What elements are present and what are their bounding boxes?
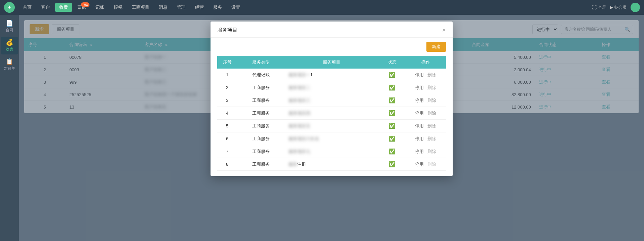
- stop-button[interactable]: 停用: [415, 72, 424, 77]
- fullscreen-btn[interactable]: ⛶ 全屏: [592, 5, 606, 10]
- nav-item-xiaoxi[interactable]: 消息: [155, 3, 172, 12]
- app-logo: ✦: [4, 2, 15, 13]
- nav-item-shoufei[interactable]: 收费: [55, 3, 72, 12]
- sidebar: 📄 合同 💰 收费 📋 对账单: [0, 15, 19, 241]
- user-avatar[interactable]: [631, 3, 640, 12]
- nav-item-guanli[interactable]: 管理: [173, 3, 190, 12]
- delete-button[interactable]: 删除: [427, 111, 436, 116]
- nav-item-shezhi[interactable]: 设置: [227, 3, 244, 12]
- modal-title: 服务项目: [217, 27, 237, 33]
- nav-item-jizhang[interactable]: 记账: [91, 3, 108, 12]
- status-check-icon: ✅: [389, 161, 395, 167]
- modal-new-button[interactable]: 新建: [426, 42, 446, 52]
- status-check-icon: ✅: [389, 72, 395, 78]
- modal-col-status: 状态: [379, 56, 406, 69]
- status-check-icon: ✅: [389, 110, 395, 116]
- main-layout: 📄 合同 💰 收费 📋 对账单 新增 服务项目: [0, 15, 644, 241]
- nav-item-jingying[interactable]: 经营: [191, 3, 208, 12]
- modal-table-row: 6 工商服务 服务项目六长名 ✅ 停用 删除: [217, 132, 446, 145]
- nav-item-fuwu[interactable]: 服务: [209, 3, 226, 12]
- modal-table-row: 4 工商服务 服务项目四 ✅ 停用 删除: [217, 107, 446, 120]
- member-icon: ▶: [610, 5, 613, 10]
- modal-table-row: 3 工商服务 服务项目三 ✅ 停用 删除: [217, 94, 446, 107]
- service-table: 序号 服务类型 服务项目 状态 操作 1 代理记账: [217, 56, 446, 171]
- modal-body[interactable]: 序号 服务类型 服务项目 状态 操作 1 代理记账: [211, 56, 453, 176]
- modal-table-row: 2 工商服务 服务项目二 ✅ 停用 删除: [217, 81, 446, 94]
- money-icon: 💰: [6, 39, 13, 45]
- modal-table-header: 序号 服务类型 服务项目 状态 操作: [217, 56, 446, 69]
- modal-toolbar: 新建: [211, 38, 453, 56]
- modal-table-row: 5 工商服务 服务项目五 ✅ 停用 删除: [217, 120, 446, 132]
- status-check-icon: ✅: [389, 85, 395, 90]
- status-check-icon: ✅: [389, 149, 395, 154]
- delete-button[interactable]: 删除: [427, 85, 436, 90]
- delete-button[interactable]: 删除: [427, 149, 436, 154]
- main-content: 新增 服务项目 进行中 已完成 已终止 🔍: [19, 15, 644, 241]
- sidebar-item-shoufei[interactable]: 💰 收费: [1, 37, 18, 54]
- nav-badge-new: new: [81, 2, 89, 7]
- stop-button[interactable]: 停用: [415, 162, 424, 167]
- modal-table-row: 7 工商服务 服务项目七 ✅ 停用 删除: [217, 145, 446, 158]
- nav-item-gongshang[interactable]: 工商项目: [128, 3, 153, 12]
- service-modal: 服务项目 × 新建 序号 服务类型: [211, 22, 453, 176]
- nav-right: ⛶ 全屏 ▶ 畅会员: [592, 3, 640, 12]
- stop-button[interactable]: 停用: [415, 123, 424, 128]
- modal-table-row: 8 工商服务 服务注册 ✅ 停用 删除: [217, 158, 446, 171]
- delete-button[interactable]: 删除: [427, 123, 436, 128]
- modal-close-button[interactable]: ×: [442, 27, 446, 33]
- stop-button[interactable]: 停用: [415, 136, 424, 141]
- status-check-icon: ✅: [389, 97, 395, 103]
- stop-button[interactable]: 停用: [415, 85, 424, 90]
- sidebar-item-duizhang[interactable]: 📋 对账单: [1, 56, 18, 74]
- modal-col-item: 服务项目: [285, 56, 379, 69]
- app-root: ✦ 首页 客户 收费 票据 new 记账 报税 工商项目 消息 管理 经营 服务…: [0, 0, 644, 241]
- member-btn[interactable]: ▶ 畅会员: [610, 5, 627, 10]
- delete-button: 删除: [427, 162, 436, 167]
- modal-overlay: 服务项目 × 新建 序号 服务类型: [19, 15, 644, 241]
- nav-item-baoshui[interactable]: 报税: [110, 3, 126, 12]
- status-check-icon: ✅: [389, 123, 395, 129]
- modal-col-type: 服务类型: [237, 56, 285, 69]
- list-icon: 📋: [6, 58, 13, 65]
- modal-table-row: 1 代理记账 服务项目一1 ✅ 停用 删除: [217, 69, 446, 81]
- sidebar-item-hetong[interactable]: 📄 合同: [1, 17, 18, 35]
- status-check-icon: ✅: [389, 136, 395, 142]
- stop-button[interactable]: 停用: [415, 111, 424, 116]
- fullscreen-icon: ⛶: [592, 5, 597, 10]
- stop-button[interactable]: 停用: [415, 149, 424, 154]
- stop-button[interactable]: 停用: [415, 98, 424, 103]
- nav-item-home[interactable]: 首页: [19, 3, 36, 12]
- delete-button[interactable]: 删除: [427, 72, 436, 77]
- top-nav: ✦ 首页 客户 收费 票据 new 记账 报税 工商项目 消息 管理 经营 服务…: [0, 0, 644, 15]
- modal-header: 服务项目 ×: [211, 22, 453, 38]
- modal-table-body: 1 代理记账 服务项目一1 ✅ 停用 删除: [217, 69, 446, 171]
- delete-button[interactable]: 删除: [427, 98, 436, 103]
- nav-item-piao[interactable]: 票据 new: [73, 3, 90, 12]
- document-icon: 📄: [6, 20, 13, 26]
- delete-button[interactable]: 删除: [427, 136, 436, 141]
- modal-col-seq: 序号: [217, 56, 237, 69]
- nav-item-customer[interactable]: 客户: [37, 3, 54, 12]
- modal-col-action: 操作: [406, 56, 446, 69]
